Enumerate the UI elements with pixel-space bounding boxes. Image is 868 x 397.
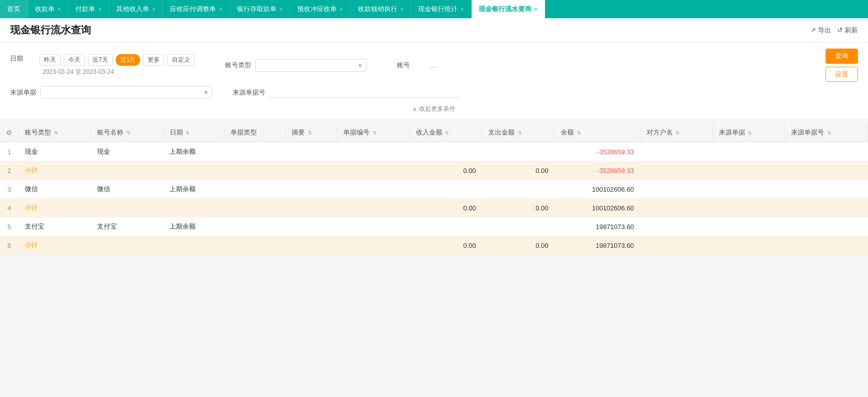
sort-expense-icon[interactable]: ⇅ bbox=[518, 130, 522, 136]
cell-income: 0.00 bbox=[409, 161, 482, 180]
cell-expense: 0.00 bbox=[482, 236, 554, 255]
cell-doc-type bbox=[224, 161, 286, 180]
close-adjustment-icon[interactable]: × bbox=[219, 6, 222, 12]
sort-source-doc-icon[interactable]: ⇅ bbox=[748, 130, 752, 136]
date-7days[interactable]: 近7天 bbox=[88, 54, 113, 66]
cell-counterparty bbox=[640, 143, 712, 161]
col-account-type: 账号类型 ⇅ bbox=[19, 123, 91, 143]
export-button[interactable]: ↗ 导出 bbox=[810, 26, 831, 35]
cell-balance: -3528659.33 bbox=[555, 161, 640, 180]
table-row: 4小计0.000.00100102606.60 bbox=[0, 199, 868, 217]
close-payment-icon[interactable]: × bbox=[98, 6, 101, 12]
close-receipt-icon[interactable]: × bbox=[58, 6, 61, 12]
nav-receipt[interactable]: 收款单 × bbox=[28, 0, 68, 18]
cell-doc-type bbox=[224, 199, 286, 217]
page-header: 现金银行流水查询 ↗ 导出 ↺ 刷新 bbox=[0, 18, 868, 42]
account-type-label: 账号类型 bbox=[225, 61, 251, 70]
settings-button[interactable]: 设置 bbox=[826, 67, 858, 82]
nav-payment[interactable]: 付款单 × bbox=[68, 0, 109, 18]
cell-source-doc-num bbox=[785, 217, 868, 236]
cell-balance: 100102606.60 bbox=[555, 199, 640, 217]
cell-balance: 19871073.60 bbox=[555, 236, 640, 255]
col-balance: 余额 ⇅ bbox=[555, 123, 640, 143]
export-icon: ↗ bbox=[810, 26, 816, 34]
cell-income bbox=[409, 143, 482, 161]
collapse-conditions-button[interactable]: ∧ 收起更多条件 bbox=[10, 103, 858, 115]
nav-other-income[interactable]: 其他收入单 × bbox=[109, 0, 163, 18]
close-flow-query-icon[interactable]: × bbox=[534, 6, 537, 12]
nav-home[interactable]: 首页 bbox=[0, 0, 28, 18]
sort-balance-icon[interactable]: ⇅ bbox=[577, 130, 581, 136]
sort-summary-icon[interactable]: ⇅ bbox=[308, 130, 312, 136]
cell-doc-type bbox=[224, 236, 286, 255]
sort-doc-number-icon[interactable]: ⇅ bbox=[373, 130, 377, 136]
date-yesterday[interactable]: 昨天 bbox=[39, 54, 61, 66]
cell-account-type: 现金 bbox=[19, 143, 91, 161]
chevron-up-icon: ∧ bbox=[413, 106, 417, 113]
source-doc-num-input[interactable] bbox=[269, 89, 462, 96]
table-body: 1现金现金上期余额-3528659.332小计0.000.00-3528659.… bbox=[0, 143, 868, 255]
date-custom[interactable]: 自定义 bbox=[167, 54, 195, 66]
cell-balance: -3528659.33 bbox=[555, 143, 640, 161]
cell-source-doc bbox=[712, 161, 785, 180]
account-dots[interactable]: ... bbox=[430, 61, 437, 70]
table-row: 6小计0.000.0019871073.60 bbox=[0, 236, 868, 255]
cell-summary bbox=[286, 236, 337, 255]
col-summary: 摘要 ⇅ bbox=[286, 123, 337, 143]
cell-expense bbox=[482, 180, 554, 199]
cell-source-doc bbox=[712, 236, 785, 255]
cell-account-type: 微信 bbox=[19, 180, 91, 199]
date-1month[interactable]: 近1月 bbox=[116, 54, 141, 66]
source-doc-num-label: 来源单据号 bbox=[233, 88, 265, 97]
query-button[interactable]: 查询 bbox=[826, 49, 858, 64]
date-more[interactable]: 更多 bbox=[143, 54, 164, 66]
col-source-doc-num: 来源单据号 ⇅ bbox=[785, 123, 868, 143]
data-table-container: ⚙ 账号类型 ⇅ 账号名称 ⇅ 日期 ⇅ 单据类型 摘要 ⇅ 单据编号 ⇅ 收入… bbox=[0, 123, 868, 255]
column-settings-icon[interactable]: ⚙ bbox=[0, 123, 19, 143]
col-expense: 支出金额 ⇅ bbox=[482, 123, 554, 143]
account-type-select[interactable]: ▾ bbox=[255, 59, 367, 72]
cell-source-doc bbox=[712, 180, 785, 199]
close-other-income-icon[interactable]: × bbox=[152, 6, 155, 12]
nav-stats[interactable]: 现金银行统计 × bbox=[411, 0, 471, 18]
cell-source-doc-num bbox=[785, 236, 868, 255]
sort-account-name-icon[interactable]: ⇅ bbox=[126, 130, 130, 136]
nav-verification[interactable]: 收款核销执行 × bbox=[351, 0, 411, 18]
sort-date-icon[interactable]: ⇅ bbox=[186, 130, 190, 136]
refresh-button[interactable]: ↺ 刷新 bbox=[837, 26, 858, 35]
sort-source-doc-num-icon[interactable]: ⇅ bbox=[827, 130, 831, 136]
col-counterparty: 对方户名 ⇅ bbox=[640, 123, 712, 143]
sort-counterparty-icon[interactable]: ⇅ bbox=[675, 130, 679, 136]
cell-counterparty bbox=[640, 236, 712, 255]
cell-expense: 0.00 bbox=[482, 199, 554, 217]
col-date: 日期 ⇅ bbox=[163, 123, 224, 143]
nav-adjustment[interactable]: 应收应付调整单 × bbox=[163, 0, 230, 18]
page-title: 现金银行流水查询 bbox=[10, 23, 91, 37]
nav-advance[interactable]: 预收冲应收单 × bbox=[290, 0, 350, 18]
row-number: 4 bbox=[0, 199, 19, 217]
account-label: 账号 bbox=[397, 61, 422, 70]
close-advance-icon[interactable]: × bbox=[340, 6, 343, 12]
col-doc-number: 单据编号 ⇅ bbox=[337, 123, 409, 143]
date-today[interactable]: 今天 bbox=[64, 54, 85, 66]
cell-counterparty bbox=[640, 217, 712, 236]
sort-account-type-icon[interactable]: ⇅ bbox=[54, 130, 58, 136]
date-range-display: 2023-02-24 至 2023-03-24 bbox=[42, 68, 195, 76]
cell-date: 上期余额 bbox=[163, 143, 224, 161]
cell-source-doc bbox=[712, 143, 785, 161]
cell-counterparty bbox=[640, 199, 712, 217]
nav-flow-query[interactable]: 现金银行流水查询 × bbox=[472, 0, 545, 18]
close-stats-icon[interactable]: × bbox=[461, 6, 464, 12]
data-table: ⚙ 账号类型 ⇅ 账号名称 ⇅ 日期 ⇅ 单据类型 摘要 ⇅ 单据编号 ⇅ 收入… bbox=[0, 123, 868, 255]
source-doc-num-input-wrap bbox=[269, 87, 462, 98]
filter-row-2: 来源单据 ▾ 来源单据号 bbox=[10, 86, 858, 99]
cell-source-doc-num bbox=[785, 161, 868, 180]
cell-doc-number bbox=[337, 217, 409, 236]
sort-income-icon[interactable]: ⇅ bbox=[445, 130, 449, 136]
close-verification-icon[interactable]: × bbox=[400, 6, 403, 12]
close-bank-deposit-icon[interactable]: × bbox=[280, 6, 283, 12]
nav-bank-deposit[interactable]: 银行存取款单 × bbox=[230, 0, 290, 18]
cell-counterparty bbox=[640, 180, 712, 199]
cell-source-doc-num bbox=[785, 199, 868, 217]
source-doc-select[interactable]: ▾ bbox=[40, 86, 212, 99]
